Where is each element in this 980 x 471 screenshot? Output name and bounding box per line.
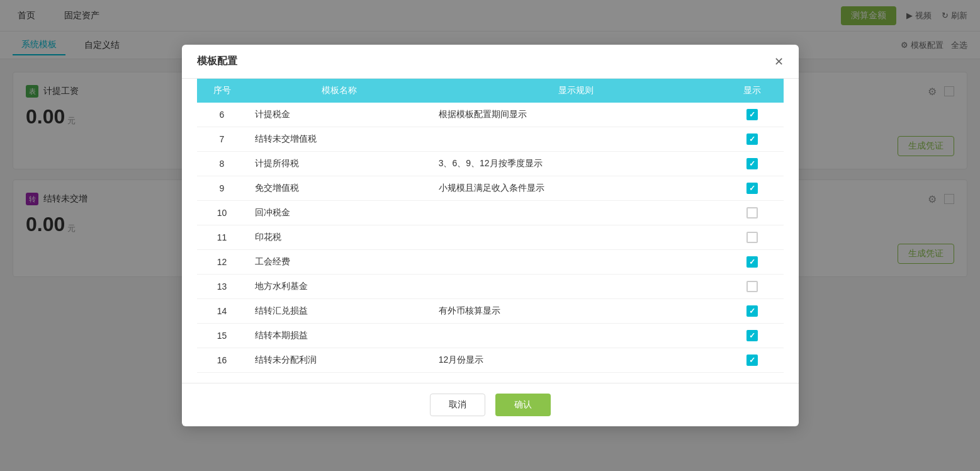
cell-display — [721, 176, 784, 201]
cell-name: 结转汇兑损益 — [247, 299, 431, 324]
cell-seq: 6 — [197, 103, 247, 127]
cell-display — [721, 299, 784, 324]
table-row: 12工会经费 — [197, 250, 784, 275]
cell-seq: 13 — [197, 275, 247, 299]
cell-rule — [431, 127, 721, 152]
checkbox-row-13[interactable] — [746, 281, 758, 292]
checkbox-row-6[interactable] — [746, 109, 758, 120]
cell-name: 结转未分配利润 — [247, 348, 431, 373]
table-row: 14结转汇兑损益有外币核算显示 — [197, 299, 784, 324]
col-display: 显示 — [721, 79, 784, 103]
cell-seq: 9 — [197, 176, 247, 201]
cell-display — [721, 250, 784, 275]
cell-rule: 根据模板配置期间显示 — [431, 103, 721, 127]
cell-rule: 12月份显示 — [431, 348, 721, 373]
modal-footer: 取消 确认 — [182, 383, 799, 426]
checkbox-row-10[interactable] — [746, 207, 758, 218]
cell-rule — [431, 275, 721, 299]
modal-body: 序号 模板名称 显示规则 显示 6计提税金根据模板配置期间显示7结转未交增值税8… — [182, 79, 799, 383]
checkbox-row-15[interactable] — [746, 330, 758, 341]
table-row: 15结转本期损益 — [197, 324, 784, 348]
modal-header: 模板配置 ✕ — [182, 45, 799, 79]
cell-rule — [431, 250, 721, 275]
cell-display — [721, 201, 784, 225]
cell-name: 印花税 — [247, 225, 431, 250]
checkbox-row-9[interactable] — [746, 183, 758, 194]
checkbox-row-7[interactable] — [746, 133, 758, 145]
table-row: 6计提税金根据模板配置期间显示 — [197, 103, 784, 127]
col-rule: 显示规则 — [431, 79, 721, 103]
cell-seq: 11 — [197, 225, 247, 250]
cell-name: 地方水利基金 — [247, 275, 431, 299]
checkbox-row-16[interactable] — [746, 355, 758, 366]
config-modal: 模板配置 ✕ 序号 模板名称 显示规则 显示 6计提税金根据模板配置期间显示7结… — [182, 45, 799, 426]
cell-name: 结转未交增值税 — [247, 127, 431, 152]
cell-rule — [431, 201, 721, 225]
cell-seq: 12 — [197, 250, 247, 275]
table-row: 11印花税 — [197, 225, 784, 250]
confirm-btn[interactable]: 确认 — [495, 394, 551, 416]
cell-display — [721, 103, 784, 127]
cell-display — [721, 127, 784, 152]
cell-rule: 小规模且满足收入条件显示 — [431, 176, 721, 201]
cell-display — [721, 225, 784, 250]
cell-seq: 7 — [197, 127, 247, 152]
modal-overlay: 模板配置 ✕ 序号 模板名称 显示规则 显示 6计提税金根据模板配置期间显示7结… — [0, 0, 980, 471]
cell-seq: 10 — [197, 201, 247, 225]
cell-name: 免交增值税 — [247, 176, 431, 201]
table-row: 9免交增值税小规模且满足收入条件显示 — [197, 176, 784, 201]
cell-display — [721, 152, 784, 176]
checkbox-row-14[interactable] — [746, 305, 758, 317]
cell-rule: 有外币核算显示 — [431, 299, 721, 324]
cell-name: 工会经费 — [247, 250, 431, 275]
cell-name: 计提所得税 — [247, 152, 431, 176]
cell-name: 结转本期损益 — [247, 324, 431, 348]
checkbox-row-11[interactable] — [746, 232, 758, 243]
table-row: 13地方水利基金 — [197, 275, 784, 299]
col-seq: 序号 — [197, 79, 247, 103]
cell-seq: 15 — [197, 324, 247, 348]
cell-rule — [431, 324, 721, 348]
cell-display — [721, 324, 784, 348]
cancel-btn[interactable]: 取消 — [430, 394, 485, 416]
cell-name: 计提税金 — [247, 103, 431, 127]
cell-display — [721, 348, 784, 373]
modal-title: 模板配置 — [197, 55, 237, 68]
cell-display — [721, 275, 784, 299]
modal-close-btn[interactable]: ✕ — [774, 56, 784, 67]
checkbox-row-12[interactable] — [746, 256, 758, 268]
cell-name: 回冲税金 — [247, 201, 431, 225]
table-header-row: 序号 模板名称 显示规则 显示 — [197, 79, 784, 103]
table-row: 10回冲税金 — [197, 201, 784, 225]
table-row: 7结转未交增值税 — [197, 127, 784, 152]
cell-seq: 16 — [197, 348, 247, 373]
col-name: 模板名称 — [247, 79, 431, 103]
table-row: 16结转未分配利润12月份显示 — [197, 348, 784, 373]
cell-seq: 14 — [197, 299, 247, 324]
config-table: 序号 模板名称 显示规则 显示 6计提税金根据模板配置期间显示7结转未交增值税8… — [197, 79, 784, 373]
table-row: 8计提所得税3、6、9、12月按季度显示 — [197, 152, 784, 176]
cell-rule — [431, 225, 721, 250]
cell-rule: 3、6、9、12月按季度显示 — [431, 152, 721, 176]
cell-seq: 8 — [197, 152, 247, 176]
checkbox-row-8[interactable] — [746, 158, 758, 169]
